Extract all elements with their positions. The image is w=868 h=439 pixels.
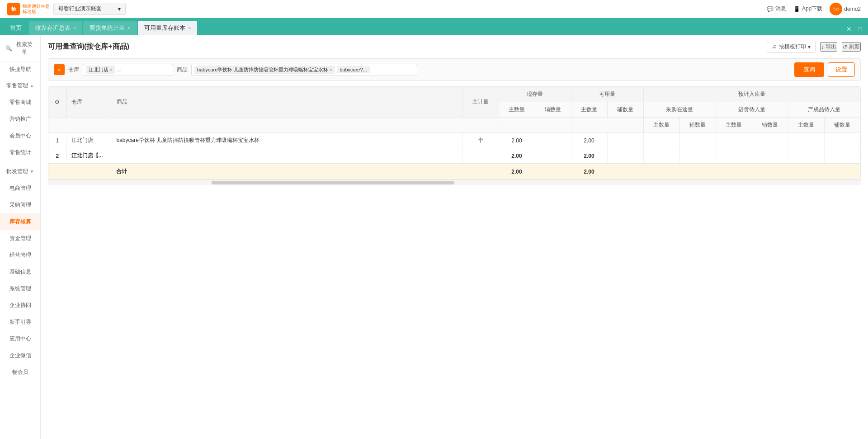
sidebar-item-operations[interactable]: 经营管理 bbox=[0, 247, 40, 264]
avatar: Ea bbox=[830, 3, 842, 15]
footer-purchase-main bbox=[643, 164, 679, 179]
template-print-btn[interactable]: 🖨 按模板打印 ▾ bbox=[767, 41, 816, 53]
filter-bar: » 仓库 江北门店 × ... 商品 babycare学饮杯 儿童防摔防撞吸管杯… bbox=[48, 58, 861, 81]
sidebar-item-finance[interactable]: 资金管理 bbox=[0, 230, 40, 247]
warehouse-tag-jiangbei[interactable]: 江北门店 × bbox=[86, 66, 115, 74]
close-all-tabs-btn[interactable]: ✕ bbox=[844, 24, 854, 33]
message-icon: 💬 bbox=[767, 6, 774, 12]
sidebar-item-procurement-label: 采购管理 bbox=[9, 201, 31, 209]
sidebar-item-procurement[interactable]: 采购管理 bbox=[0, 197, 40, 213]
tab-order-close[interactable]: × bbox=[127, 25, 130, 31]
tab-order-stats[interactable]: 要货单统计表 × bbox=[83, 21, 137, 35]
sidebar-item-basic-info[interactable]: 基础信息 bbox=[0, 264, 40, 280]
row1-avail-sub bbox=[607, 133, 643, 148]
sidebar-item-quick-nav[interactable]: 快捷导航 bbox=[0, 62, 40, 77]
refresh-label: 刷新 bbox=[849, 43, 860, 51]
sidebar-item-system[interactable]: 系统管理 bbox=[0, 280, 40, 297]
table-footer: 合计 2.00 2.00 bbox=[48, 164, 860, 179]
template-arrow-icon: ▾ bbox=[808, 44, 811, 50]
sidebar-search[interactable]: 🔍 搜索菜单 bbox=[0, 35, 40, 62]
app-download-action[interactable]: 📱 App下载 bbox=[793, 5, 822, 13]
warehouse-tag-remove-icon[interactable]: × bbox=[110, 67, 113, 72]
sidebar-item-retail-stats[interactable]: 零售统计 bbox=[0, 144, 40, 161]
planned-in-label: 预计入库量 bbox=[738, 91, 765, 97]
maximize-btn[interactable]: □ bbox=[855, 24, 864, 33]
phone-icon: 📱 bbox=[793, 6, 800, 12]
tab-available-stock[interactable]: 可用量库存账本 × bbox=[138, 21, 197, 35]
sidebar-item-ecommerce[interactable]: 电商管理 bbox=[0, 180, 40, 197]
refresh-icon: ↺ bbox=[843, 44, 847, 50]
sidebar-item-inventory[interactable]: 库存核算 bbox=[0, 213, 40, 230]
template-print-label: 按模板打印 bbox=[779, 43, 806, 51]
query-btn[interactable]: 查询 bbox=[794, 62, 824, 77]
sidebar-item-new-guide[interactable]: 新手引导 bbox=[0, 314, 40, 330]
footer-avail-main: 2.00 bbox=[571, 164, 607, 179]
tab-receivable-close[interactable]: × bbox=[73, 25, 76, 31]
tab-receivable-label: 收发存汇总表 bbox=[35, 24, 71, 32]
refresh-btn[interactable]: ↺ 刷新 bbox=[842, 42, 861, 52]
sidebar: 🔍 搜索菜单 快捷导航 零售管理 ▲ 零售商城 营销推广 会员中心 零售统计 批… bbox=[0, 35, 41, 439]
store-selector[interactable]: 母婴行业演示账套 ▾ bbox=[53, 3, 126, 15]
footer-finished-main bbox=[788, 164, 824, 179]
top-bar-left: 畅 畅捷通好生意 标准版 母婴行业演示账套 ▾ bbox=[7, 3, 126, 15]
settings-col-header[interactable]: ⚙ bbox=[48, 87, 66, 118]
sidebar-item-member-app[interactable]: 畅会员 bbox=[0, 364, 40, 381]
warehouse-dots[interactable]: ... bbox=[117, 66, 122, 73]
sidebar-item-retail-management[interactable]: 零售管理 ▲ bbox=[0, 77, 40, 94]
tab-receivable-summary[interactable]: 收发存汇总表 × bbox=[29, 21, 82, 35]
product-col-header: 商品 bbox=[112, 87, 462, 118]
row2-warehouse: 江北门店【... bbox=[66, 148, 112, 164]
product-filter-tags[interactable]: babycare学饮杯 儿童防摔防撞吸管杯重力球吸嘴杯宝宝水杯 × babyca… bbox=[191, 64, 417, 76]
sidebar-item-retail-mall-label: 零售商城 bbox=[9, 99, 31, 106]
row2-finished-sub bbox=[824, 148, 860, 164]
nav-tabs: 首页 收发存汇总表 × 要货单统计表 × 可用量库存账本 × ✕ □ bbox=[0, 18, 868, 35]
horizontal-scrollbar[interactable] bbox=[48, 179, 861, 185]
search-menu-btn[interactable]: 🔍 搜索菜单 bbox=[4, 39, 37, 58]
product-header-label: 商品 bbox=[117, 99, 127, 105]
unit-header-label: 主计量 bbox=[472, 99, 489, 105]
footer-purchase-sub bbox=[679, 164, 716, 179]
warehouse-filter-tags[interactable]: 江北门店 × ... bbox=[83, 64, 173, 76]
export-btn[interactable]: ↓ 导出 bbox=[820, 42, 837, 52]
user-area[interactable]: Ea demo2 bbox=[830, 3, 861, 15]
page-actions: 🖨 按模板打印 ▾ ↓ 导出 ↺ 刷新 bbox=[767, 41, 861, 53]
scroll-thumb[interactable] bbox=[212, 181, 454, 184]
sidebar-item-new-guide-label: 新手引导 bbox=[9, 318, 31, 326]
content-area: 可用量查询(按仓库+商品) 🖨 按模板打印 ▾ ↓ 导出 ↺ 刷新 bbox=[41, 35, 868, 439]
nav-right-buttons: ✕ □ bbox=[844, 24, 864, 33]
table-body: 1 江北门店 babycare学饮杯 儿童防摔防撞吸管杯重力球吸嘴杯宝宝水杯 个… bbox=[48, 133, 860, 164]
sidebar-item-wholesale-management[interactable]: 批发管理 ▼ bbox=[0, 163, 40, 180]
sidebar-item-retail-management-label: 零售管理 bbox=[6, 82, 28, 90]
table-row[interactable]: 1 江北门店 babycare学饮杯 儿童防摔防撞吸管杯重力球吸嘴杯宝宝水杯 个… bbox=[48, 133, 860, 148]
row2-purchase-main bbox=[643, 148, 679, 164]
tab-home[interactable]: 首页 bbox=[4, 21, 28, 35]
sidebar-item-enterprise-collab[interactable]: 企业协同 bbox=[0, 297, 40, 314]
warehouse-col-header: 仓库 bbox=[66, 87, 112, 118]
finished-pending-group-header: 产成品待入量 bbox=[788, 102, 860, 118]
warehouse-tag-label: 江北门店 bbox=[89, 66, 108, 73]
row1-incoming-sub bbox=[752, 133, 788, 148]
footer-empty1 bbox=[48, 164, 66, 179]
wholesale-arrow-icon: ▼ bbox=[30, 169, 34, 174]
purchase-main-header: 主数量 bbox=[643, 118, 679, 133]
tab-available-close[interactable]: × bbox=[188, 25, 191, 31]
sidebar-item-marketing[interactable]: 营销推广 bbox=[0, 111, 40, 127]
sidebar-item-retail-mall[interactable]: 零售商城 bbox=[0, 94, 40, 111]
purchase-transit-group-header: 采购在途量 bbox=[643, 102, 716, 118]
current-sub-qty-header: 辅数量 bbox=[535, 102, 571, 118]
row1-finished-main bbox=[788, 133, 824, 148]
message-action[interactable]: 💬 消息 bbox=[767, 5, 786, 13]
row2-incoming-sub bbox=[752, 148, 788, 164]
filter-expand-btn[interactable]: » bbox=[54, 64, 65, 75]
table-row[interactable]: 2 江北门店【... 2.00 2.00 bbox=[48, 148, 860, 164]
product-tag-babycare2[interactable]: babycare?... bbox=[337, 66, 370, 73]
sidebar-item-app-center[interactable]: 应用中心 bbox=[0, 330, 40, 347]
sidebar-item-enterprise-wechat-label: 企业微信 bbox=[9, 352, 31, 359]
sidebar-item-enterprise-wechat[interactable]: 企业微信 bbox=[0, 347, 40, 364]
product-tag-babycare[interactable]: babycare学饮杯 儿童防摔防撞吸管杯重力球吸嘴杯宝宝水杯 × bbox=[194, 66, 335, 74]
product-tag-remove-icon[interactable]: × bbox=[330, 67, 332, 72]
settings-btn[interactable]: 设置 bbox=[828, 62, 855, 77]
tab-home-label: 首页 bbox=[10, 24, 22, 32]
export-label: 导出 bbox=[826, 43, 836, 51]
sidebar-item-membership[interactable]: 会员中心 bbox=[0, 127, 40, 144]
